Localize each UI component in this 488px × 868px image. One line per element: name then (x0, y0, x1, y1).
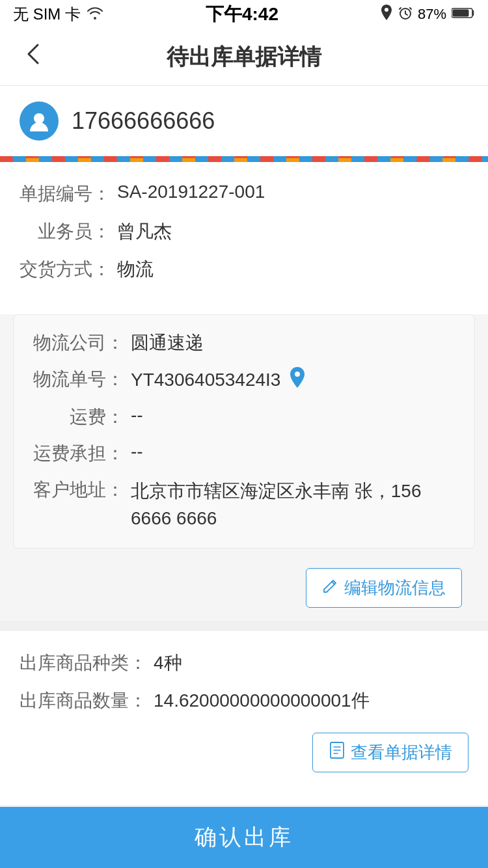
goods-type-value: 4种 (154, 651, 182, 675)
status-bar: 无 SIM 卡 下午4:42 87% (0, 0, 488, 29)
view-detail-label: 查看单据详情 (351, 741, 452, 764)
alarm-icon (398, 5, 413, 23)
confirm-button[interactable]: 确认出库 (0, 807, 488, 868)
nav-bar: 待出库单据详情 (0, 29, 488, 86)
back-button[interactable] (20, 36, 47, 78)
goods-qty-label: 出库商品数量： (20, 688, 147, 713)
svg-rect-2 (452, 10, 468, 17)
document-icon (329, 741, 346, 764)
goods-section: 出库商品种类： 4种 出库商品数量： 14.62000000000000001件… (0, 631, 488, 805)
carrier-text: 无 SIM 卡 (13, 4, 81, 25)
avatar (20, 102, 59, 141)
location-status-icon (380, 5, 393, 24)
freight-bearer-value: -- (131, 441, 455, 462)
salesperson-row: 业务员： 曾凡杰 (20, 219, 468, 244)
address-label: 客户地址： (33, 478, 124, 502)
edit-logistics-button[interactable]: 编辑物流信息 (306, 568, 462, 608)
edit-logistics-label: 编辑物流信息 (344, 576, 446, 599)
salesperson-label: 业务员： (20, 219, 111, 244)
freight-row: 运费： -- (33, 405, 455, 429)
view-detail-button[interactable]: 查看单据详情 (312, 733, 468, 772)
order-no-value: SA-20191227-001 (117, 182, 468, 202)
delivery-value: 物流 (117, 257, 468, 282)
battery-icon (452, 6, 475, 23)
goods-type-label: 出库商品种类： (20, 651, 147, 675)
battery-text: 87% (418, 6, 446, 23)
address-value: 北京市市辖区海淀区永丰南 张，156 6666 6666 (131, 478, 455, 532)
tracking-value: YT43064053424I3 (131, 367, 455, 393)
delivery-label: 交货方式： (20, 257, 111, 282)
view-detail-container: 查看单据详情 (20, 726, 468, 785)
svg-point-3 (34, 113, 44, 124)
customer-phone: 17666666666 (72, 107, 215, 135)
delivery-row: 交货方式： 物流 (20, 257, 468, 282)
freight-bearer-row: 运费承担： -- (33, 441, 455, 466)
logistics-company-label: 物流公司： (33, 331, 124, 355)
address-row: 客户地址： 北京市市辖区海淀区永丰南 张，156 6666 6666 (33, 478, 455, 532)
location-pin-icon[interactable] (288, 367, 306, 393)
logistics-company-value: 圆通速递 (131, 331, 455, 355)
logistics-card: 物流公司： 圆通速递 物流单号： YT43064053424I3 运费： -- … (13, 314, 475, 549)
order-no-label: 单据编号： (20, 182, 111, 206)
edit-icon (322, 577, 339, 599)
customer-header: 17666666666 (0, 86, 488, 158)
logistics-company-row: 物流公司： 圆通速递 (33, 331, 455, 355)
freight-label: 运费： (33, 405, 124, 429)
edit-logistics-container: 编辑物流信息 (0, 562, 488, 621)
salesperson-value: 曾凡杰 (117, 219, 468, 244)
order-no-row: 单据编号： SA-20191227-001 (20, 182, 468, 206)
goods-qty-value: 14.62000000000000001件 (154, 688, 370, 713)
freight-value: -- (131, 405, 455, 426)
time-display: 下午4:42 (206, 2, 278, 27)
tracking-row: 物流单号： YT43064053424I3 (33, 367, 455, 393)
status-left: 无 SIM 卡 (13, 4, 104, 25)
wifi-icon (86, 5, 104, 23)
freight-bearer-label: 运费承担： (33, 441, 124, 466)
page-title: 待出库单据详情 (167, 42, 321, 72)
confirm-label: 确认出库 (195, 824, 293, 849)
goods-qty-row: 出库商品数量： 14.62000000000000001件 (20, 688, 468, 713)
basic-info-section: 单据编号： SA-20191227-001 业务员： 曾凡杰 交货方式： 物流 (0, 162, 488, 314)
status-right: 87% (380, 5, 475, 24)
goods-type-row: 出库商品种类： 4种 (20, 651, 468, 675)
section-separator (0, 621, 488, 631)
tracking-label: 物流单号： (33, 367, 124, 392)
tracking-number: YT43064053424I3 (131, 370, 280, 390)
